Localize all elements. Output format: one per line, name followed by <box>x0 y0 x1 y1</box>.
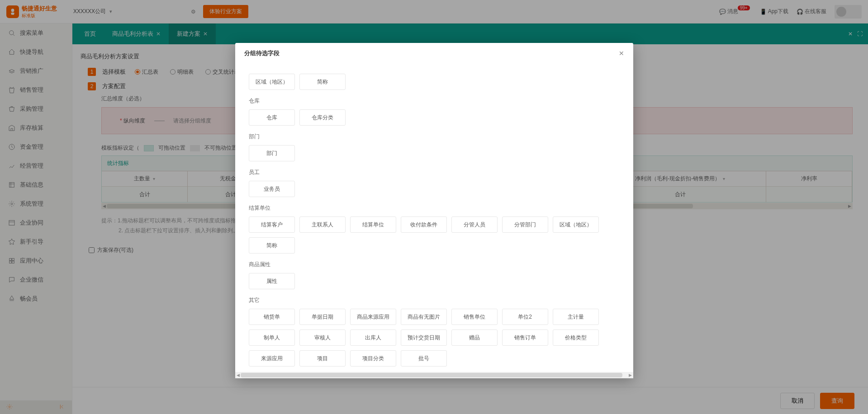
group-title: 其它 <box>249 296 620 304</box>
chip[interactable]: 价格类型 <box>553 329 599 346</box>
chip[interactable]: 区域（地区） <box>553 216 599 233</box>
chip[interactable]: 商品来源应用 <box>350 309 396 325</box>
group-title: 结算单位 <box>249 204 620 212</box>
chip[interactable]: 分管人员 <box>451 216 498 233</box>
chip[interactable]: 区域（地区） <box>249 74 295 90</box>
chip[interactable]: 分管部门 <box>502 216 548 233</box>
modal-close-icon[interactable]: ✕ <box>619 50 624 57</box>
chip[interactable]: 仓库 <box>249 109 295 126</box>
chip[interactable]: 批号 <box>401 350 447 367</box>
chip[interactable]: 商品有无图片 <box>401 309 447 325</box>
chip[interactable]: 赠品 <box>451 329 498 346</box>
chip[interactable]: 审核人 <box>299 329 346 346</box>
modal-title: 分组待选字段 <box>244 49 280 57</box>
chip[interactable]: 出库人 <box>350 329 396 346</box>
group-title: 仓库 <box>249 97 620 105</box>
chip[interactable]: 项目 <box>299 350 346 367</box>
chip[interactable]: 销售订单 <box>502 329 548 346</box>
chip[interactable]: 部门 <box>249 145 295 161</box>
chip[interactable]: 属性 <box>249 273 295 289</box>
chip[interactable]: 主计量 <box>553 309 599 325</box>
group-title: 商品属性 <box>249 261 620 268</box>
chip[interactable]: 项目分类 <box>350 350 396 367</box>
chip[interactable]: 制单人 <box>249 329 295 346</box>
chip[interactable]: 单据日期 <box>299 309 346 325</box>
group-field-modal: 分组待选字段 ✕ 客户客户分类分管部门分管人员主联系人主联系人销售单位区域（地区… <box>235 43 633 378</box>
chip[interactable]: 销售单位 <box>451 309 498 325</box>
chip[interactable]: 主联系人 <box>299 216 346 233</box>
chip[interactable]: 来源应用 <box>249 350 295 367</box>
chip[interactable]: 结算客户 <box>249 216 295 233</box>
chip[interactable]: 预计交货日期 <box>401 329 447 346</box>
chip[interactable]: 简称 <box>249 237 295 254</box>
chip[interactable]: 简称 <box>299 74 346 90</box>
chip[interactable]: 仓库分类 <box>299 109 346 126</box>
chip[interactable]: 收付款条件 <box>401 216 447 233</box>
group-title: 部门 <box>249 133 620 141</box>
modal-body: 客户客户分类分管部门分管人员主联系人主联系人销售单位区域（地区）简称仓库仓库仓库… <box>235 64 633 370</box>
modal-h-scrollbar[interactable] <box>235 372 633 378</box>
chip[interactable]: 业务员 <box>249 181 295 197</box>
chip[interactable]: 销货单 <box>249 309 295 325</box>
chip[interactable]: 单位2 <box>502 309 548 325</box>
group-title: 员工 <box>249 169 620 176</box>
chip[interactable]: 结算单位 <box>350 216 396 233</box>
